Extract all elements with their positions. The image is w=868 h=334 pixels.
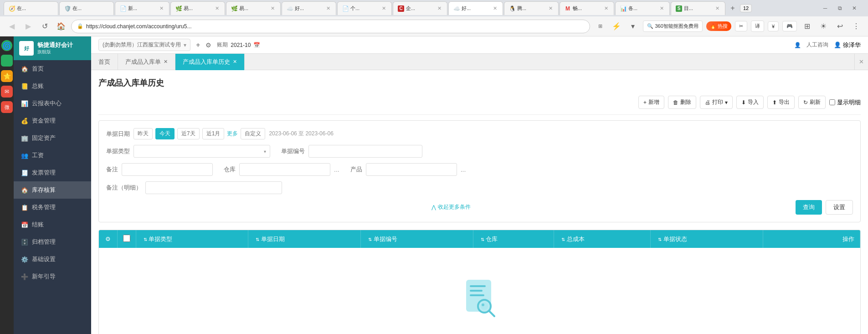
refresh-button[interactable]: ↺	[38, 20, 51, 33]
add-button[interactable]: + 新增	[638, 96, 664, 109]
restore-button[interactable]: ⧉	[833, 2, 846, 15]
tab-3-close[interactable]: ✕	[159, 5, 164, 12]
browser-tab-1[interactable]: 🧭 在...	[4, 1, 58, 15]
col-voucher-no[interactable]: ⇅ 单据编号	[360, 230, 473, 248]
browser-tab-11[interactable]: M 畅... ✕	[560, 1, 614, 15]
browser-tab-5[interactable]: 🌿 易... ✕	[226, 1, 281, 15]
tab-11-close[interactable]: ✕	[603, 5, 609, 12]
col-checkbox[interactable]	[117, 230, 136, 248]
tab-10-close[interactable]: ✕	[548, 5, 554, 12]
grid-button[interactable]: ⊞	[801, 20, 813, 33]
product-dots[interactable]: ...	[461, 166, 466, 173]
warehouse-dots[interactable]: ...	[334, 166, 339, 173]
sidebar-item-home[interactable]: 🏠 首页	[14, 60, 91, 77]
browser-tab-8[interactable]: C 企... ✕	[393, 1, 447, 15]
sidebar-item-basic[interactable]: ⚙️ 基础设置	[14, 251, 91, 268]
voucher-type-select[interactable]: ▾	[134, 145, 270, 158]
tab-12-close[interactable]: ✕	[659, 5, 665, 12]
search-box[interactable]: 🔍 360智能抠图免费用	[643, 21, 702, 32]
export-button[interactable]: ⬆ 导出	[767, 96, 795, 109]
print-button[interactable]: 🖨 打印 ▾	[700, 96, 733, 109]
custom-date-button[interactable]: 自定义	[241, 128, 265, 139]
col-warehouse[interactable]: ⇅ 仓库	[473, 230, 554, 248]
col-total-cost[interactable]: ⇅ 总成本	[554, 230, 651, 248]
tab-history-close[interactable]: ✕	[233, 59, 237, 65]
more-date-button[interactable]: 更多	[227, 130, 238, 138]
month-button[interactable]: 近1月	[202, 128, 225, 139]
browser-tab-4[interactable]: 🌿 易... ✕	[170, 1, 225, 15]
sidebar-item-payroll[interactable]: 👥 工资	[14, 147, 91, 164]
col-voucher-type[interactable]: ⇅ 单据类型	[136, 230, 248, 248]
browser-tab-12[interactable]: 📊 各... ✕	[615, 1, 670, 15]
today-button[interactable]: 今天	[155, 128, 175, 139]
browser-tab-13[interactable]: S 目... ✕	[671, 1, 725, 15]
yesterday-button[interactable]: 昨天	[134, 128, 153, 139]
browser-tab-3[interactable]: 📄 新... ✕	[115, 1, 169, 15]
sidebar-item-archive[interactable]: 🗄️ 归档管理	[14, 233, 91, 251]
col-voucher-status[interactable]: ⇅ 单据状态	[651, 230, 763, 248]
tab-history[interactable]: 产成品入库单历史 ✕	[175, 54, 245, 70]
hot-search-button[interactable]: 🔥 热搜	[706, 21, 731, 31]
back-button[interactable]: ◀	[5, 20, 18, 33]
app-icon-mail[interactable]: ✉	[1, 86, 13, 98]
tab-13-close[interactable]: ✕	[714, 5, 720, 12]
user-avatar[interactable]: 👤 徐泽华	[834, 41, 861, 49]
select-all-checkbox[interactable]	[123, 235, 130, 242]
close-panel-button[interactable]: ✕	[854, 54, 868, 70]
tab-6-close[interactable]: ✕	[325, 5, 331, 12]
gear-icon[interactable]: ⚙	[105, 236, 111, 242]
user-service-link[interactable]: 👤 人工咨询	[794, 41, 828, 49]
address-bar[interactable]: 🔒 https://cloud.chanjet.com/accounting/u…	[71, 20, 590, 33]
sidebar-item-close[interactable]: 📅 结账	[14, 216, 91, 233]
translate-button[interactable]: 译	[751, 21, 764, 32]
company-selector[interactable]: (勿删勿禁用）江西服宝测试专用 ▾	[98, 39, 190, 51]
sidebar-item-ledger[interactable]: 📒 总账	[14, 77, 91, 95]
tab-8-close[interactable]: ✕	[437, 5, 442, 12]
show-detail-checkbox[interactable]: 显示明细	[829, 98, 861, 107]
browser-tab-9[interactable]: ☁️ 好... ✕	[448, 1, 503, 15]
undo-button[interactable]: ↩	[833, 20, 846, 33]
voucher-no-input[interactable]	[308, 145, 422, 158]
query-button[interactable]: 查询	[796, 200, 822, 215]
tab-add-button[interactable]: +	[726, 2, 739, 15]
col-gear[interactable]: ⚙	[99, 230, 117, 248]
refresh-page-button[interactable]: ↻ 刷新	[798, 96, 826, 109]
extensions-button[interactable]: ⊞	[594, 20, 606, 33]
lightning-button[interactable]: ⚡	[610, 20, 623, 33]
minimize-button[interactable]: ─	[819, 2, 832, 15]
sidebar-item-new-guide[interactable]: ➕ 新年引导	[14, 268, 91, 285]
add-company-button[interactable]: +	[196, 41, 200, 49]
browser-tab-7[interactable]: 📄 个... ✕	[337, 1, 392, 15]
tab-count-badge[interactable]: 12	[740, 4, 752, 12]
tab-9-close[interactable]: ✕	[492, 5, 498, 12]
tab-7-close[interactable]: ✕	[381, 5, 387, 12]
sidebar-item-fixed[interactable]: 🏢 固定资产	[14, 129, 91, 147]
settings-icon[interactable]: ⚙	[205, 41, 211, 49]
address-dropdown[interactable]: ▾	[627, 20, 639, 33]
import-button[interactable]: ⬇ 导入	[736, 96, 764, 109]
game-button[interactable]: 🎮	[782, 21, 797, 31]
tab-4-close[interactable]: ✕	[214, 5, 220, 12]
sidebar-item-tax[interactable]: 📋 税务管理	[14, 199, 91, 216]
collapse-button[interactable]: ⋀ 收起更多条件	[431, 203, 471, 211]
sun-button[interactable]: ☀	[817, 20, 830, 33]
scissors-button[interactable]: ✂	[735, 21, 747, 31]
product-input[interactable]	[366, 163, 457, 176]
app-icon-star[interactable]: ⭐	[1, 70, 13, 82]
tab-home[interactable]: 首页	[91, 54, 118, 70]
calendar-icon[interactable]: 📅	[253, 42, 260, 48]
settings-search-button[interactable]: 设置	[826, 200, 853, 215]
browser-tab-10[interactable]: 🐧 腾... ✕	[504, 1, 559, 15]
sidebar-item-report[interactable]: 📊 云报表中心	[14, 95, 91, 112]
col-voucher-date[interactable]: ⇅ 单据日期	[248, 230, 361, 248]
tab-5-close[interactable]: ✕	[270, 5, 276, 12]
weibo-icon[interactable]: 微	[1, 101, 13, 113]
tab-list-close[interactable]: ✕	[164, 59, 168, 65]
browser-tab-2[interactable]: 🛡️ 在...	[59, 1, 114, 15]
show-detail-checkbox-input[interactable]	[829, 99, 835, 105]
sidebar-item-inventory[interactable]: 🏠 库存核算	[14, 181, 91, 199]
app-icon-green[interactable]	[1, 55, 13, 67]
tab-list[interactable]: 产成品入库单 ✕	[118, 54, 175, 70]
yuan-button[interactable]: ¥	[768, 21, 779, 31]
remark-input[interactable]	[122, 163, 213, 176]
